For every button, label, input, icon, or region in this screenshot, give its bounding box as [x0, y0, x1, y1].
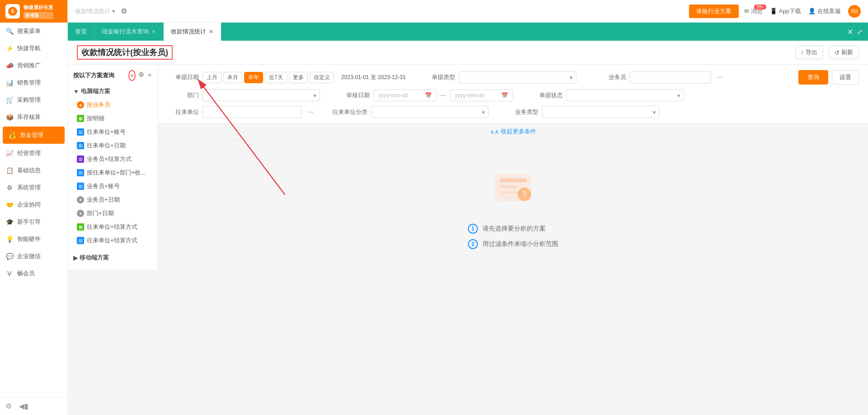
filter-dept-select[interactable]	[203, 89, 320, 101]
messages-item[interactable]: ✉ 消息 99+	[744, 7, 763, 15]
user-avatar[interactable]: Rit	[848, 5, 861, 18]
tree-group-arrow: ▼	[73, 88, 79, 95]
sidebar-item-hardware[interactable]: 💡 智能硬件	[0, 231, 67, 248]
tree-icon-table4: ▤	[77, 183, 84, 190]
collapse-sidebar-icon[interactable]: ◀▮	[19, 402, 28, 410]
tab-cashflow[interactable]: 现金银行流水查询 ✕	[94, 23, 164, 41]
online-service-label: 在线客服	[817, 7, 841, 15]
review-date-end[interactable]: yyyy-mm-dd 📅	[450, 90, 513, 101]
sidebar-logo: 6 畅捷通好生意 标准版	[0, 0, 67, 23]
collapse-chevron-icon: ∧∧	[490, 128, 499, 135]
empty-illustration: ?	[486, 160, 540, 215]
sidebar-item-enterprise[interactable]: 🤝 企业协同	[0, 196, 67, 213]
tab-collections-close[interactable]: ✕	[209, 28, 213, 35]
tree-item-partner-dept-recv[interactable]: ▤ 按往来单位+部门+收...	[68, 166, 158, 179]
sidebar-item-sales[interactable]: 📊 销售管理	[0, 74, 67, 91]
staff-more-dots[interactable]: ···	[717, 73, 722, 81]
date-range: 2023-01-01 至 2023-12-31	[341, 74, 406, 81]
sidebar-item-guide[interactable]: 🎓 新手引导	[0, 213, 67, 231]
tree-item-by-staff[interactable]: ● 按业务员	[68, 98, 158, 112]
empty-state: ? 1 请先选择要分析的方案 2 用过滤条件来缩小分析范围	[158, 140, 868, 270]
filter-partner-category-select[interactable]	[371, 106, 489, 118]
settings-bottom-icon[interactable]: ⚙	[5, 402, 12, 410]
sidebar-item-marketing[interactable]: 📣 营销推广	[0, 57, 67, 74]
empty-steps: 1 请先选择要分析的方案 2 用过滤条件来缩小分析范围	[468, 224, 558, 249]
sidebar-item-label: 企业微信	[17, 252, 41, 260]
date-tab-this-month[interactable]: 本月	[223, 72, 242, 83]
tree-group-mobile[interactable]: ▶ 移动端方案	[68, 251, 158, 264]
online-service-item[interactable]: 👤 在线客服	[808, 7, 841, 15]
tree-item-staff-account[interactable]: ▤ 业务员+账号	[68, 179, 158, 193]
sidebar-item-base-info[interactable]: 📋 基础信息	[0, 162, 67, 179]
app-download-item[interactable]: 📱 App下载	[770, 7, 801, 15]
tab-cashflow-close[interactable]: ✕	[151, 28, 156, 35]
panel-header-label: 按以下方案查询	[73, 71, 114, 80]
date-tab-custom[interactable]: 自定义	[310, 72, 334, 83]
tree-item-label: 按往来单位+部门+收...	[87, 169, 146, 177]
filter-voucher-status-wrap	[566, 89, 684, 101]
filter-row-1: 单据日期 上月 本月 本年 近7天 更多 自定义	[167, 70, 859, 85]
expand-icon[interactable]: ⤢	[857, 28, 863, 36]
tree-item-partner-settle2[interactable]: ▤ 往来单位+结算方式	[68, 234, 158, 247]
sidebar-item-quicknav[interactable]: ⚡ 快捷导航	[0, 40, 67, 57]
tree-item-label: 往来单位+日期	[87, 141, 126, 150]
marketing-icon: 📣	[5, 61, 14, 70]
date-tab-more[interactable]: 更多	[289, 72, 308, 83]
tree-group-desktop[interactable]: ▼ 电脑端方案	[68, 85, 158, 98]
sidebar-item-weixin[interactable]: 💬 企业微信	[0, 248, 67, 265]
sidebar-item-operations[interactable]: 📈 经营管理	[0, 145, 67, 162]
tree-icon-circle: ●	[77, 101, 84, 108]
guide-icon: 🎓	[5, 218, 14, 226]
date-tab-this-year[interactable]: 本年	[244, 72, 263, 83]
tree-item-staff-settle[interactable]: ▥ 业务员+结算方式	[68, 152, 158, 166]
filter-voucher-type-select[interactable]	[459, 71, 576, 84]
filter-staff-input[interactable]	[630, 71, 711, 84]
collapse-btn[interactable]: ∧∧ 收起更多条件	[490, 127, 536, 136]
tab-home[interactable]: 首页	[68, 23, 94, 41]
query-btn[interactable]: 查询	[798, 70, 828, 85]
panel-collapse-icon[interactable]: «	[147, 70, 152, 81]
filter-dept-label: 部门	[167, 91, 199, 99]
tree-item-dept-date[interactable]: ● 部门+日期	[68, 207, 158, 220]
breadcrumb-dropdown-icon[interactable]: ▾	[112, 8, 115, 14]
online-service-icon: 👤	[808, 8, 816, 14]
trial-btn[interactable]: 体验行业方案	[689, 5, 739, 18]
tree-item-staff-date[interactable]: ● 业务员+日期	[68, 193, 158, 207]
close-all-icon[interactable]: ✕	[847, 28, 853, 36]
panel-settings-icon[interactable]: ⚙	[137, 70, 145, 81]
filter-date-label: 单据日期	[167, 73, 199, 81]
filter-biz-type-item: 业务类型	[507, 106, 660, 118]
panel-add-icon[interactable]: +	[128, 70, 136, 81]
sidebar-item-label: 系统管理	[17, 184, 41, 192]
tree-icon-grid2: ▦	[77, 223, 84, 231]
sidebar-item-system[interactable]: ⚙ 系统管理	[0, 179, 67, 196]
tree-item-partner-settle1[interactable]: ▦ 往来单位+结算方式	[68, 220, 158, 234]
date-tab-7days[interactable]: 近7天	[265, 72, 287, 83]
filter-biz-type-select[interactable]	[542, 106, 660, 118]
tab-collections[interactable]: 收款情况统计 ✕	[164, 23, 221, 41]
sidebar-item-member[interactable]: V 畅会员	[0, 265, 67, 282]
filter-voucher-status-select[interactable]	[566, 89, 684, 101]
sidebar-item-purchase[interactable]: 🛒 采购管理	[0, 91, 67, 108]
date-tab-last-month[interactable]: 上月	[203, 72, 222, 83]
export-btn[interactable]: ↑ 导出	[795, 46, 824, 59]
topbar-gear-icon[interactable]: ⚙	[121, 7, 127, 15]
refresh-btn[interactable]: ↺ 刷新	[829, 46, 859, 59]
filter-partner-category-item: 往来单位分类	[331, 106, 489, 118]
filter-partner-input[interactable]	[203, 106, 302, 118]
sidebar-item-finance[interactable]: 💰 资金管理	[3, 127, 65, 144]
tree-item-partner-account[interactable]: ▤ 往来单位+账号	[68, 125, 158, 139]
sidebar-item-inventory[interactable]: 📦 库存核算	[0, 108, 67, 126]
finance-icon: 💰	[8, 131, 16, 139]
filter-partner-item: 往来单位 ···	[167, 106, 313, 118]
sidebar-item-search[interactable]: 🔍 搜索菜单	[0, 23, 67, 40]
tree-item-partner-date[interactable]: ▤ 往来单位+日期	[68, 139, 158, 152]
tree-group-mobile-label: 移动端方案	[80, 254, 109, 262]
partner-more-dots[interactable]: ···	[307, 108, 313, 116]
settings-btn[interactable]: 设置	[832, 70, 859, 85]
filter-voucher-status-label: 单据状态	[531, 91, 563, 99]
tree-item-label: 业务员+结算方式	[87, 155, 132, 163]
review-date-start[interactable]: yyyy-mm-dd 📅	[373, 90, 437, 101]
tabbar: 首页 现金银行流水查询 ✕ 收款情况统计 ✕ ✕ ⤢	[68, 23, 868, 41]
tree-item-detail[interactable]: ▦ 按明细	[68, 112, 158, 125]
